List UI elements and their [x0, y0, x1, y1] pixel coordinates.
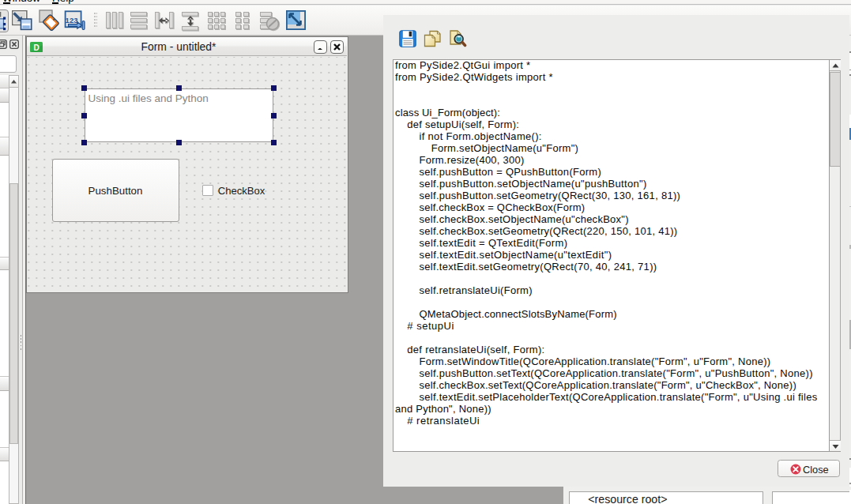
- svg-text:123: 123: [66, 16, 78, 24]
